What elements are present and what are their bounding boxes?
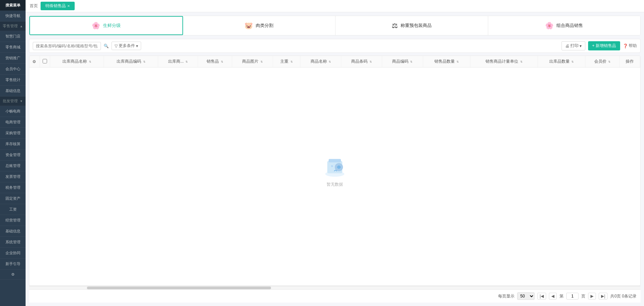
active-tab[interactable]: 特殊销售品 ✕ <box>41 2 75 10</box>
sidebar-item-summary-mgmt[interactable]: 总账管理 <box>0 160 26 171</box>
chevron-down-icon: ▾ <box>580 44 582 48</box>
th-sales-product[interactable]: 销售品 ⇅ <box>198 56 232 67</box>
th-out-product-code[interactable]: 出库商品编码 ⇅ <box>104 56 158 67</box>
th-main-weight[interactable]: 主重 ⇅ <box>273 56 300 67</box>
search-icon[interactable]: 🔍 <box>104 44 109 48</box>
scrollbar-thumb[interactable] <box>87 287 271 289</box>
sidebar-item-quick-nav[interactable]: 快捷导航 <box>0 11 26 21</box>
sidebar-item-basic-info[interactable]: 基础信息 <box>0 86 26 96</box>
sort-icon: ⇅ <box>571 61 574 63</box>
sidebar-item-member-center[interactable]: 会员中心 <box>0 64 26 75</box>
home-tab[interactable]: 首页 <box>30 3 38 9</box>
first-page-button[interactable]: |◀ <box>537 293 546 300</box>
sort-icon: ⇅ <box>260 61 263 63</box>
next-page-button[interactable]: ▶ <box>588 293 596 300</box>
sidebar-item-label: 库存核算 <box>5 141 20 147</box>
print-icon: 🖨 <box>565 44 569 48</box>
th-out-qty[interactable]: 出库品数量 ⇅ <box>538 56 585 67</box>
table-container: ⚙ 出库商品名称 ⇅ 出库商品编码 ⇅ 出库商. <box>29 56 641 286</box>
sort-icon: ⇅ <box>143 61 146 63</box>
tab-label: 生鲜分级 <box>103 22 121 29</box>
sidebar-item-tax-mgmt[interactable]: 税务管理 <box>0 182 26 193</box>
sidebar-item-smart-store[interactable]: 智慧门店 <box>0 31 26 42</box>
last-page-button[interactable]: ▶| <box>599 293 608 300</box>
th-gear[interactable]: ⚙ <box>29 56 40 67</box>
help-button[interactable]: ❓ 帮助 <box>623 43 637 49</box>
sidebar-item-basic-info2[interactable]: 基础信息 <box>0 226 26 237</box>
sidebar-item-retail-mgmt[interactable]: 零售管理 ▲ <box>0 21 26 31</box>
sidebar-item-label: 经营管理 <box>5 218 20 223</box>
sidebar-item-inventory[interactable]: 库存核算 <box>0 139 26 150</box>
th-operation: 操作 <box>619 56 640 67</box>
th-member-price[interactable]: 会员价 ⇅ <box>585 56 619 67</box>
tab-meat-cut[interactable]: 🐷 肉类分割 <box>183 16 336 35</box>
page-input[interactable] <box>566 293 579 300</box>
print-button[interactable]: 🖨 打印 ▾ <box>561 41 585 50</box>
sidebar-item-retail-mall[interactable]: 零售商城 <box>0 42 26 53</box>
filter-button[interactable]: ▽ 更多条件 ▾ <box>111 42 141 50</box>
sidebar-item-system-mgmt[interactable]: 系统管理 <box>0 237 26 248</box>
sidebar-item-enterprise-coop[interactable]: 企业协同 <box>0 248 26 259</box>
select-all-checkbox[interactable] <box>43 59 47 63</box>
sort-icon: ⇅ <box>89 61 91 63</box>
sidebar-item-label: 智慧门店 <box>5 34 20 39</box>
sidebar-item-label: 营销推广 <box>5 56 20 61</box>
total-info: 共0页 0条记录 <box>610 293 636 299</box>
sidebar-item-label: 零售管理 <box>3 24 18 29</box>
svg-point-4 <box>331 165 333 167</box>
sidebar-item-label: 资金管理 <box>5 152 20 157</box>
gear-icon: ⚙ <box>11 272 15 277</box>
sort-icon: ⇅ <box>221 61 223 63</box>
print-label: 打印 <box>570 43 579 49</box>
help-label: 帮助 <box>629 43 637 49</box>
search-input[interactable] <box>33 42 101 50</box>
sidebar-item-new-guide[interactable]: 新手引导 <box>0 259 26 270</box>
tab-label: 组合商品销售 <box>556 22 583 29</box>
sidebar-item-invoice-mgmt[interactable]: 发票管理 <box>0 171 26 182</box>
tab-fresh-grade[interactable]: 🌸 生鲜分级 <box>29 16 183 35</box>
sidebar-item-label: 零售统计 <box>5 77 20 82</box>
sidebar-item-fixed-assets[interactable]: 固定资产 <box>0 193 26 204</box>
sort-icon: ⇅ <box>329 61 331 63</box>
right-actions: 🖨 打印 ▾ + 新增销售品 ❓ 帮助 <box>561 41 637 50</box>
sidebar-item-marketing[interactable]: 营销推广 <box>0 53 26 64</box>
sidebar-item-settings[interactable]: ⚙ <box>0 270 26 280</box>
th-product-image[interactable]: 商品图片 ⇅ <box>232 56 273 67</box>
sidebar-item-label: 工资 <box>9 207 17 212</box>
main-area: 首页 特殊销售品 ✕ 🌸 生鲜分级 🐷 肉类分割 ⚖ 称重预包装商品 🌸 组合商… <box>26 0 644 306</box>
th-out-product-spec[interactable]: 出库商... ⇅ <box>158 56 198 67</box>
sidebar-item-label: 发票管理 <box>5 174 20 179</box>
sidebar-item-label: 税务管理 <box>5 185 20 190</box>
close-icon[interactable]: ✕ <box>67 4 70 8</box>
th-product-name[interactable]: 商品名称 ⇅ <box>300 56 341 67</box>
sidebar-logo[interactable]: 搜索菜单 <box>0 0 26 11</box>
th-product-barcode[interactable]: 商品条码 ⇅ <box>341 56 382 67</box>
svg-point-5 <box>333 164 335 165</box>
new-product-button[interactable]: + 新增销售品 <box>588 41 620 50</box>
prev-page-button[interactable]: ◀ <box>549 293 557 300</box>
tab-combo-sale[interactable]: 🌸 组合商品销售 <box>488 16 641 35</box>
chevron-down-icon: ▼ <box>20 100 23 103</box>
horizontal-scrollbar[interactable] <box>29 286 641 289</box>
sidebar-item-finance-mgmt[interactable]: 资金管理 <box>0 150 26 160</box>
sidebar-item-retail-stats[interactable]: 零售统计 <box>0 75 26 86</box>
svg-rect-2 <box>329 159 341 163</box>
th-sales-unit[interactable]: 销售商品计量单位 ⇅ <box>470 56 538 67</box>
th-sales-qty[interactable]: 销售品数量 ⇅ <box>423 56 470 67</box>
sidebar-item-label: 固定资产 <box>5 196 20 201</box>
tab-weigh-prepack[interactable]: ⚖ 称重预包装商品 <box>335 16 488 35</box>
sidebar-item-wholesale-mgmt[interactable]: 批发管理 ▼ <box>0 96 26 106</box>
sidebar-item-mini-ecommerce[interactable]: 小畅电商 <box>0 106 26 117</box>
sort-icon: ⇅ <box>410 61 413 63</box>
th-out-product-name[interactable]: 出库商品名称 ⇅ <box>50 56 104 67</box>
sidebar-item-wages[interactable]: 工资 <box>0 204 26 215</box>
filter-icon: ▽ <box>115 44 118 48</box>
empty-text: 暂无数据 <box>327 182 343 187</box>
sidebar-item-ecommerce-mgmt[interactable]: 电商管理 <box>0 117 26 128</box>
th-checkbox[interactable] <box>40 56 50 67</box>
per-page-select[interactable]: 10 20 50 100 <box>517 292 535 300</box>
sidebar-item-ops-mgmt[interactable]: 经营管理 <box>0 215 26 226</box>
sidebar-item-label: 采购管理 <box>5 131 20 136</box>
th-product-code[interactable]: 商品编码 ⇅ <box>382 56 423 67</box>
sidebar-item-purchase-mgmt[interactable]: 采购管理 <box>0 128 26 139</box>
